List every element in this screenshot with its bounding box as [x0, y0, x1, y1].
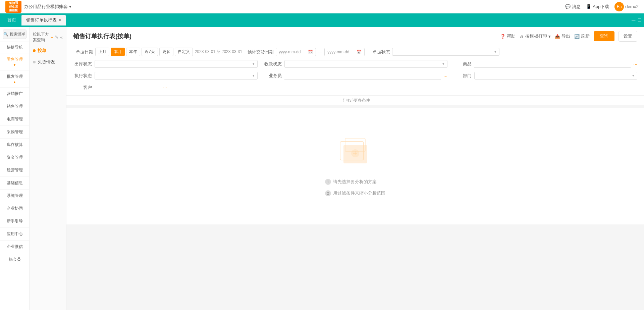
sidebar-item-sales[interactable]: 销售管理 — [0, 100, 29, 113]
field-goods: 商品 ··· — [453, 60, 637, 68]
calendar-icon-from: 📅 — [308, 50, 313, 54]
expected-date-label: 预计交货日期 — [248, 49, 274, 55]
page-actions: ❓ 帮助 🖨 按模板打印 ▾ 📤 导出 🔄 — [500, 31, 637, 42]
sidebar-item-enterprise[interactable]: 企业协同 — [0, 202, 29, 215]
date-btn-more[interactable]: 更多 — [159, 48, 173, 56]
salesperson-more-btn[interactable]: ··· — [443, 73, 447, 79]
date-btn-group: 上月 本月 本年 近7天 更多 自定义 — [95, 48, 193, 56]
sidebar-item-wechat[interactable]: 企业微信 — [0, 241, 29, 253]
content-with-sub: 按以下方案查询 + ✎ « 按单 欠货情况 销售订单执行表(按单) — [30, 27, 644, 310]
sidebar: 🔍 搜索菜单 快捷导航 零售管理 ▼ 批发管理 ▲ 营销推广 销售管理 电商管理… — [0, 27, 30, 310]
logo-tag: 标准版 — [9, 9, 18, 12]
tip2-text: 用过滤条件来缩小分析范围 — [333, 189, 385, 198]
sub-sidebar-collapse-btn[interactable]: « — [60, 35, 63, 40]
field-date: 单据日期 上月 本月 本年 近7天 更多 自定义 2023-03-01 至 20… — [73, 48, 242, 56]
sidebar-search-btn[interactable]: 🔍 搜索菜单 — [3, 30, 26, 39]
sub-sidebar-item-debt[interactable]: 欠货情况 — [30, 56, 66, 68]
sub-sidebar-label-anpressed: 按单 — [38, 48, 46, 54]
tab-sales-order[interactable]: 销售订单执行表 × — [21, 15, 66, 25]
sub-sidebar-actions: + ✎ « — [51, 35, 63, 40]
refresh-btn[interactable]: 🔄 刷新 — [574, 33, 590, 39]
sidebar-item-ecommerce[interactable]: 电商管理 — [0, 113, 29, 126]
sidebar-item-wholesale[interactable]: 批发管理 ▲ — [0, 70, 29, 88]
sidebar-label-newbie: 新手引导 — [7, 218, 23, 224]
sub-sidebar-item-anpressed[interactable]: 按单 — [30, 45, 66, 56]
goods-label: 商品 — [453, 61, 472, 67]
sidebar-label-system: 系统管理 — [7, 193, 23, 199]
app-selector[interactable]: 办公用品行业模拟账套 ▾ — [24, 4, 71, 10]
sidebar-item-newbie[interactable]: 新手引导 — [0, 215, 29, 228]
sidebar-item-purchase[interactable]: 采购管理 — [0, 126, 29, 139]
salesperson-label: 业务员 — [263, 73, 282, 79]
goods-more-btn[interactable]: ··· — [633, 61, 637, 67]
sidebar-item-appstore[interactable]: 应用中心 — [0, 228, 29, 241]
logo-text1: 畅捷通 — [9, 1, 18, 5]
sidebar-item-retail[interactable]: 零售管理 ▼ — [0, 53, 29, 70]
filter-panel: 销售订单执行表(按单) ❓ 帮助 🖨 按模板打印 ▾ 📤 — [66, 27, 644, 105]
exec-status-select[interactable]: ▾ — [95, 72, 258, 80]
sidebar-item-operation[interactable]: 经营管理 — [0, 164, 29, 177]
tip2-num: 2 — [325, 190, 331, 196]
tab-maximize-btn[interactable]: □ — [638, 17, 641, 23]
sidebar-quick-nav[interactable]: 快捷导航 — [0, 42, 29, 53]
template-print-btn[interactable]: 🖨 按模板打印 ▾ — [520, 33, 551, 39]
user-menu[interactable]: Ea demo2 — [614, 2, 639, 11]
dept-select[interactable]: ▾ — [474, 72, 637, 80]
sidebar-item-basic[interactable]: 基础信息 — [0, 177, 29, 190]
tab-minimize-btn[interactable]: ─ — [632, 17, 635, 23]
receipt-status-select[interactable]: ▾ — [284, 60, 447, 68]
sidebar-item-marketing[interactable]: 营销推广 — [0, 88, 29, 100]
goods-input[interactable] — [474, 60, 631, 68]
sub-sidebar-label-debt: 欠货情况 — [38, 59, 55, 65]
query-btn[interactable]: 查询 — [594, 31, 614, 41]
expected-date-to[interactable]: yyyy-mm-dd 📅 — [324, 48, 365, 56]
sidebar-label-appstore: 应用中心 — [7, 231, 23, 237]
field-doc-status: 单据状态 ▾ — [370, 48, 499, 56]
salesperson-input[interactable] — [284, 72, 441, 80]
sidebar-label-enterprise: 企业协同 — [7, 206, 23, 211]
sub-sidebar-edit-btn[interactable]: ✎ — [55, 35, 59, 40]
empty-illustration — [335, 135, 375, 169]
sidebar-item-finance[interactable]: 资金管理 — [0, 151, 29, 164]
sidebar-item-member[interactable]: 畅会员 — [0, 253, 29, 266]
status-select[interactable]: ▾ — [392, 48, 499, 56]
collapse-label: 收起更多条件 — [346, 98, 370, 103]
delivery-status-select[interactable]: ▾ — [95, 60, 258, 68]
date-btn-custom[interactable]: 自定义 — [175, 48, 193, 56]
top-header: 畅捷通 好生意 标准版 办公用品行业模拟账套 ▾ 💬 消息 📱 App下载 Ea… — [0, 0, 644, 13]
date-btn-7days[interactable]: 近7天 — [142, 48, 158, 56]
sidebar-label-basic: 基础信息 — [7, 180, 23, 186]
sidebar-item-inventory[interactable]: 库存核算 — [0, 139, 29, 151]
page-title-row: 销售订单执行表(按单) ❓ 帮助 🖨 按模板打印 ▾ 📤 — [66, 27, 644, 44]
date-btn-this-month[interactable]: 本月 — [111, 48, 125, 56]
tab-close-btn[interactable]: × — [59, 18, 61, 22]
refresh-icon: 🔄 — [574, 34, 580, 39]
main-layout: 🔍 搜索菜单 快捷导航 零售管理 ▼ 批发管理 ▲ 营销推广 销售管理 电商管理… — [0, 27, 644, 310]
sidebar-item-system[interactable]: 系统管理 — [0, 190, 29, 202]
header-right: 💬 消息 📱 App下载 Ea demo2 — [565, 2, 639, 11]
tab-home[interactable]: 首页 — [3, 15, 21, 25]
date-btn-last-month[interactable]: 上月 — [95, 48, 109, 56]
sidebar-search-label: 搜索菜单 — [10, 32, 26, 37]
help-btn[interactable]: ❓ 帮助 — [500, 33, 516, 39]
message-action[interactable]: 💬 消息 — [565, 4, 581, 10]
sidebar-label-sales: 销售管理 — [7, 104, 23, 109]
collapse-bar[interactable]: 《 收起更多条件 — [66, 95, 644, 105]
user-name: demo2 — [625, 4, 639, 9]
date-btn-this-year[interactable]: 本年 — [126, 48, 140, 56]
sub-sidebar-add-btn[interactable]: + — [51, 35, 53, 40]
receipt-status-label: 收款状态 — [263, 61, 282, 67]
sidebar-arrow-retail: ▼ — [13, 63, 16, 67]
empty-tip-2: 2 用过滤条件来缩小分析范围 — [325, 189, 385, 198]
app-download-action[interactable]: 📱 App下载 — [586, 4, 609, 10]
delivery-status-label: 出库状态 — [73, 61, 92, 67]
export-btn[interactable]: 📤 导出 — [555, 33, 570, 39]
customer-more-btn[interactable]: ··· — [163, 85, 167, 90]
tab-bar-actions: ─ □ — [632, 17, 641, 23]
collapse-icon: 《 — [340, 98, 344, 103]
settings-btn[interactable]: 设置 — [619, 31, 637, 42]
customer-input[interactable] — [95, 84, 160, 91]
help-label: 帮助 — [507, 33, 516, 39]
expected-date-from[interactable]: yyyy-mm-dd 📅 — [276, 48, 316, 56]
message-label: 消息 — [572, 4, 581, 10]
